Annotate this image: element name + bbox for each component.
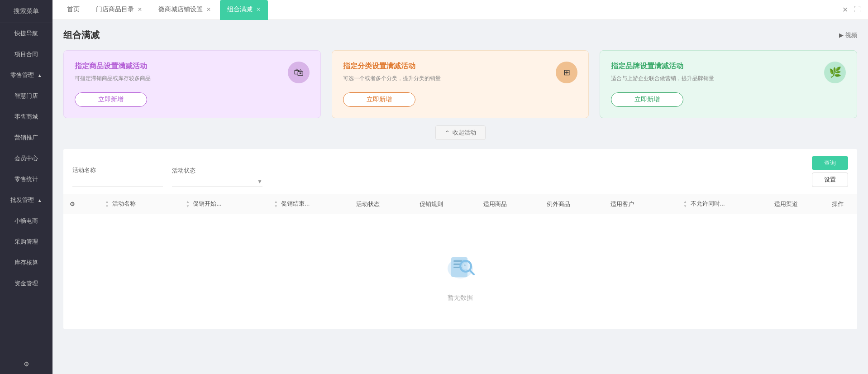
tab-wechat-shop-label: 微商城店铺设置	[158, 5, 203, 14]
activity-name-label: 活动名称	[72, 166, 163, 174]
tab-home[interactable]: 首页	[60, 0, 87, 20]
chevron-up-icon: ▲	[38, 73, 42, 78]
table-header-excluded-goods: 例外商品	[527, 194, 590, 214]
activity-cards: 🛍 指定商品设置满减活动 可指定滞销商品或库存较多商品 立即新增 ⊞ 指定分类设…	[63, 50, 857, 118]
close-window-icon[interactable]: ✕	[842, 5, 848, 14]
sidebar-item-label: 营销推广	[14, 134, 38, 141]
search-table-container: 活动名称 活动状态 ▼ 查询 设置	[63, 149, 857, 329]
card-category-desc: 可选一个或者多个分类，提升分类的销量	[343, 75, 578, 83]
table-container: ⚙ ▲▼ 活动名称 ▲▼ 促销开始... ▲▼	[63, 194, 857, 329]
search-buttons: 查询 设置	[812, 156, 848, 187]
sort-arrows-icon[interactable]: ▲▼	[274, 200, 278, 208]
table-header-activity-status: 活动状态	[336, 194, 400, 214]
tab-store-catalog[interactable]: 门店商品目录 ✕	[89, 0, 149, 20]
tab-combo-discount[interactable]: 组合满减 ✕	[220, 0, 268, 20]
sidebar-item-label: 资金管理	[14, 280, 38, 287]
empty-illustration	[438, 241, 483, 287]
data-table: ⚙ ▲▼ 活动名称 ▲▼ 促销开始... ▲▼	[63, 194, 857, 214]
card-category-icon: ⊞	[556, 62, 577, 83]
table-header-no-concurrent: ▲▼ 不允许同时...	[654, 194, 754, 214]
chevron-down-icon: ▲	[38, 198, 42, 203]
card-product-icon: 🛍	[288, 62, 310, 83]
sidebar-item-finance-mgmt[interactable]: 资金管理	[0, 273, 52, 294]
card-brand-desc: 适合与上游企业联合做营销，提升品牌销量	[611, 75, 846, 83]
sidebar-item-label: 小畅电商	[14, 217, 38, 224]
empty-text: 暂无数据	[448, 294, 473, 302]
sidebar-item-label: 项目合同	[14, 51, 38, 58]
tab-home-label: 首页	[67, 5, 80, 14]
sort-arrows-icon[interactable]: ▲▼	[105, 200, 109, 208]
query-button[interactable]: 查询	[812, 156, 848, 170]
table-header-applicable-channels: 适用渠道	[754, 194, 818, 214]
table-header-settings[interactable]: ⚙	[63, 194, 81, 214]
card-product-add-button[interactable]: 立即新增	[75, 92, 147, 107]
sidebar-item-retail-mgmt[interactable]: 零售管理 ▲	[0, 65, 52, 86]
collapse-activity-button[interactable]: ⌃ 收起活动	[435, 125, 486, 140]
sidebar-item-label: 零售商城	[14, 113, 38, 120]
activity-name-field: 活动名称	[72, 166, 163, 187]
table-header-promo-start: ▲▼ 促销开始...	[160, 194, 248, 214]
search-area: 活动名称 活动状态 ▼ 查询 设置	[63, 149, 857, 194]
close-icon[interactable]: ✕	[206, 6, 211, 13]
collapse-label: 收起活动	[453, 129, 476, 137]
sidebar-item-ecommerce[interactable]: 小畅电商	[0, 211, 52, 231]
collapse-bar: ⌃ 收起活动	[63, 125, 857, 140]
activity-status-label: 活动状态	[172, 167, 262, 175]
table-header-promo-rule: 促销规则	[400, 194, 463, 214]
svg-point-7	[463, 263, 469, 269]
empty-state: 暂无数据	[63, 214, 857, 329]
table-header-activity-name: ▲▼ 活动名称	[81, 194, 160, 214]
play-circle-icon: ▶	[839, 32, 844, 38]
svg-point-8	[464, 264, 466, 266]
tab-bar: 首页 门店商品目录 ✕ 微商城店铺设置 ✕ 组合满减 ✕ ✕ ⛶	[52, 0, 868, 20]
sidebar-item-purchase-mgmt[interactable]: 采购管理	[0, 231, 52, 252]
tab-combo-discount-label: 组合满减	[227, 5, 253, 14]
activity-name-input[interactable]	[72, 176, 163, 187]
sidebar-search[interactable]: 搜索菜单	[0, 0, 52, 23]
sidebar-settings-button[interactable]: ⚙	[0, 354, 52, 374]
page-content: 组合满减 ▶ 视频 🛍 指定商品设置满减活动 可指定滞销商品或库存较多商品 立即…	[52, 20, 868, 374]
search-menu-label: 搜索菜单	[14, 7, 39, 14]
page-title: 组合满减	[63, 29, 100, 41]
sidebar-item-inventory[interactable]: 库存核算	[0, 252, 52, 273]
table-header-applicable-goods: 适用商品	[463, 194, 526, 214]
gear-icon: ⚙	[70, 201, 75, 207]
sidebar-item-label: 零售统计	[14, 176, 38, 182]
tab-wechat-shop[interactable]: 微商城店铺设置 ✕	[151, 0, 218, 20]
expand-window-icon[interactable]: ⛶	[854, 5, 861, 14]
card-product-title: 指定商品设置满减活动	[75, 62, 310, 71]
card-product-desc: 可指定滞销商品或库存较多商品	[75, 75, 310, 83]
sidebar-item-label: 快捷导航	[14, 30, 38, 37]
sidebar-item-label: 批发管理	[10, 197, 34, 203]
sort-arrows-icon[interactable]: ▲▼	[683, 200, 687, 208]
sidebar-item-project-contract[interactable]: 项目合同	[0, 44, 52, 65]
tab-store-catalog-label: 门店商品目录	[96, 5, 134, 14]
main-area: 首页 门店商品目录 ✕ 微商城店铺设置 ✕ 组合满减 ✕ ✕ ⛶ 组合满减 ▶ …	[52, 0, 868, 374]
sidebar-item-wholesale-mgmt[interactable]: 批发管理 ▲	[0, 190, 52, 211]
card-category-add-button[interactable]: 立即新增	[343, 92, 415, 107]
sidebar-item-member-center[interactable]: 会员中心	[0, 148, 52, 169]
tab-bar-controls: ✕ ⛶	[842, 5, 861, 14]
chevron-up-icon: ⌃	[445, 129, 450, 136]
video-link[interactable]: ▶ 视频	[839, 31, 857, 39]
activity-card-category: ⊞ 指定分类设置满减活动 可选一个或者多个分类，提升分类的销量 立即新增	[332, 50, 589, 118]
sidebar-item-retail-stats[interactable]: 零售统计	[0, 169, 52, 190]
setting-button[interactable]: 设置	[812, 173, 848, 187]
sidebar-item-smart-store[interactable]: 智慧门店	[0, 86, 52, 106]
card-brand-add-button[interactable]: 立即新增	[611, 92, 683, 107]
table-header-applicable-customers: 适用客户	[590, 194, 653, 214]
sidebar-item-marketing[interactable]: 营销推广	[0, 127, 52, 148]
sort-arrows-icon[interactable]: ▲▼	[186, 200, 190, 208]
card-brand-title: 指定品牌设置满减活动	[611, 62, 846, 71]
sidebar: 搜索菜单 快捷导航 项目合同 零售管理 ▲ 智慧门店 零售商城 营销推广 会员中…	[0, 0, 52, 374]
sidebar-item-quick-nav[interactable]: 快捷导航	[0, 23, 52, 44]
svg-rect-2	[453, 260, 463, 262]
table-header-operations: 操作	[818, 194, 857, 214]
close-icon[interactable]: ✕	[256, 6, 261, 13]
activity-status-select[interactable]: ▼	[172, 177, 262, 187]
card-brand-icon: 🌿	[824, 62, 846, 83]
close-icon[interactable]: ✕	[138, 6, 142, 13]
sidebar-item-label: 零售管理	[10, 72, 34, 78]
sidebar-item-retail-mall[interactable]: 零售商城	[0, 106, 52, 127]
activity-status-field: 活动状态 ▼	[172, 167, 262, 187]
